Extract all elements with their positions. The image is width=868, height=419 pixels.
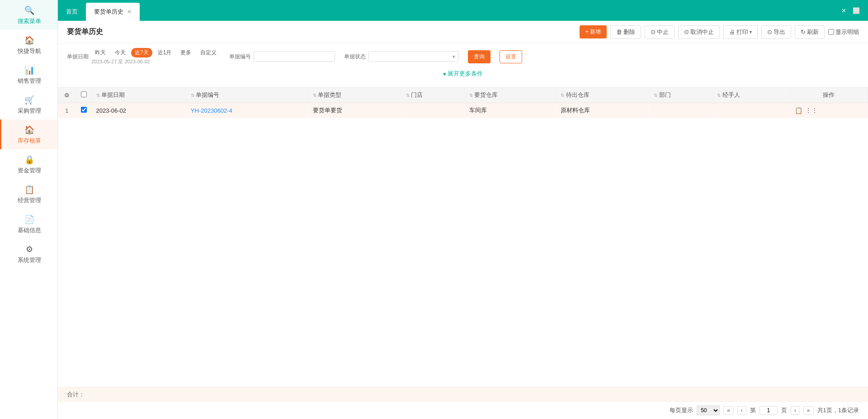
header-actions: + 新增 🗑 删除 ⊙ 中止 ⊙ 取消中止 🖨 打印 ▾ [580,25,859,39]
handler-col-header[interactable]: ⇅ 经手人 [712,87,790,103]
page-input[interactable] [760,406,778,415]
filter-row-1: 单据日期 昨天今天近7天近1月更多自定义 2023-05-27 至 2023-0… [67,48,859,65]
sidebar-icon-basic-info: 📄 [24,214,34,224]
print-dropdown-icon: ▾ [750,29,752,34]
tab-close-requisition-history[interactable]: ✕ [127,9,132,15]
top-bar: 首页要货单历史✕ ✕ ⬜ [58,0,868,21]
page-suffix: 页 [781,406,787,414]
sidebar-label-ops-mgmt: 经营管理 [18,196,41,205]
sidebar-item-purchase-mgmt[interactable]: 🛒 采购管理 [0,90,57,119]
sort-icon5: ⇅ [469,93,473,98]
sidebar-icon-sys-mgmt: ⚙ [26,244,33,254]
last-page-btn[interactable]: » [803,406,814,415]
date-options: 昨天今天近7天近1月更多自定义 2023-05-27 至 2023-06-02 [91,48,220,65]
sidebar-item-search-menu[interactable]: 🔍 搜索菜单 [0,0,57,30]
row-edit-icon-0[interactable]: 📋 [795,107,802,114]
tab-home[interactable]: 首页 [58,3,86,21]
req-warehouse-col-header[interactable]: ⇅ 要货仓库 [464,87,556,103]
prev-page-btn[interactable]: ‹ [737,406,746,415]
tab-label-requisition-history: 要货单历史 [94,8,123,16]
sort-icon6: ⇅ [561,93,564,98]
filter-row-2: ▾ 展开更多条件 [67,68,859,80]
pending-warehouse-col-header[interactable]: ⇅ 待出仓库 [556,87,649,103]
sidebar-icon-fund-mgmt: 🔒 [24,155,34,165]
row-action-0: 📋 ⋮⋮ [790,103,868,118]
print-button[interactable]: 🖨 打印 ▾ [723,25,758,39]
doc-no-filter-field: 单据编号 [229,51,335,62]
sidebar-item-sys-mgmt[interactable]: ⚙ 系统管理 [0,239,57,269]
status-select-wrapper: 草稿 已确认 已中止 [368,51,459,62]
date-range-options: 昨天今天近7天近1月更多自定义 [91,48,220,57]
per-page-select[interactable]: 50 20 100 [697,405,720,415]
total-pages-text: 共1页，1条记录 [817,406,859,414]
doc-no-input[interactable] [254,51,335,62]
expand-conditions-btn[interactable]: ▾ 展开更多条件 [439,68,487,80]
date-filter-field: 单据日期 昨天今天近7天近1月更多自定义 2023-05-27 至 2023-0… [67,48,220,65]
tab-requisition-history[interactable]: 要货单历史✕ [86,3,140,21]
chevron-down-icon: ▾ [443,71,446,77]
content-wrapper: 要货单历史 + 新增 🗑 删除 ⊙ 中止 ⊙ 取消中止 🖨 打印 [58,21,868,419]
date-option-more[interactable]: 更多 [177,48,195,57]
row-doc-no-0[interactable]: YH-20230602-4 [186,103,308,118]
date-option-last_month[interactable]: 近1月 [154,48,175,57]
stop-button[interactable]: ⊙ 中止 [645,25,675,39]
settings-button[interactable]: 设置 [500,50,522,63]
new-button[interactable]: + 新增 [580,25,607,38]
status-select[interactable]: 草稿 已确认 已中止 [368,51,459,62]
row-doc-type-0: 要货单要货 [308,103,401,118]
header-row: ⚙ ⇅ 单据日期 ⇅ 单据编号 ⇅ [58,87,868,103]
doc-no-label: 单据编号 [229,53,251,61]
show-detail-toggle[interactable]: 显示明细 [828,28,859,36]
next-page-btn[interactable]: › [791,406,800,415]
row-checkbox-0[interactable] [76,103,91,118]
requisition-table: ⚙ ⇅ 单据日期 ⇅ 单据编号 ⇅ [58,87,868,118]
per-page-label: 每页显示 [670,406,693,414]
sidebar-label-fund-mgmt: 资金管理 [18,167,41,175]
date-option-today[interactable]: 今天 [111,48,129,57]
date-option-yesterday[interactable]: 昨天 [91,48,109,57]
date-option-custom[interactable]: 自定义 [197,48,220,57]
first-page-btn[interactable]: « [723,406,734,415]
export-button[interactable]: ⊙ 导出 [761,25,791,39]
table-row[interactable]: 1 2023-06-02 YH-20230602-4 要货单要货 车间库 原材料… [58,103,868,118]
store-col-header[interactable]: ⇅ 门店 [401,87,464,103]
cancel-stop-button[interactable]: ⊙ 取消中止 [678,25,720,39]
table-wrapper: ⚙ ⇅ 单据日期 ⇅ 单据编号 ⇅ [58,87,868,387]
query-button[interactable]: 查询 [468,50,491,63]
page-label: 第 [750,406,756,414]
checkbox-col-header [76,87,91,103]
sort-icon: ⇅ [96,93,100,98]
refresh-button[interactable]: ↻ 刷新 [795,25,825,39]
sidebar-item-inventory[interactable]: 🏠 库存核算 [0,119,57,149]
sidebar-label-basic-info: 基础信息 [18,226,41,234]
sidebar-icon-purchase-mgmt: 🛒 [24,95,34,105]
select-all-checkbox[interactable] [81,91,87,97]
row-req-warehouse-0: 车间库 [464,103,556,118]
date-range-text: 2023-05-27 至 2023-06-02 [91,58,220,65]
doc-no-col-header[interactable]: ⇅ 单据编号 [186,87,308,103]
sidebar-item-sales-mgmt[interactable]: 📊 销售管理 [0,60,57,90]
sidebar-item-fund-mgmt[interactable]: 🔒 资金管理 [0,149,57,179]
footer-total: 合计： [58,387,868,401]
doc-date-col-header[interactable]: ⇅ 单据日期 [91,87,186,103]
top-bar-right: ✕ ⬜ [841,7,868,14]
doc-type-col-header[interactable]: ⇅ 单据类型 [308,87,401,103]
sidebar-item-basic-info[interactable]: 📄 基础信息 [0,209,57,239]
delete-button[interactable]: 🗑 删除 [610,25,641,39]
sidebar-icon-quick-nav: 🏠 [24,35,34,45]
show-detail-checkbox[interactable] [828,29,834,35]
row-more-icon-0[interactable]: ⋮⋮ [805,107,818,114]
sidebar-item-quick-nav[interactable]: 🏠 快捷导航 [0,30,57,60]
row-pending-warehouse-0: 原材料仓库 [556,103,649,118]
sidebar-item-ops-mgmt[interactable]: 📋 经营管理 [0,179,57,209]
settings-col-header[interactable]: ⚙ [58,87,76,103]
row-handler-0 [712,103,790,118]
print-icon: 🖨 [729,29,735,35]
date-option-last7days[interactable]: 近7天 [131,48,152,57]
dept-col-header[interactable]: ⇅ 部门 [649,87,712,103]
maximize-window-btn[interactable]: ⬜ [853,7,860,14]
close-window-btn[interactable]: ✕ [841,7,846,14]
sidebar-label-quick-nav: 快捷导航 [18,47,41,55]
main-content: 首页要货单历史✕ ✕ ⬜ 要货单历史 + 新增 🗑 删除 ⊙ 中止 ⊙ [58,0,868,419]
sidebar-icon-inventory: 🏠 [24,125,34,135]
